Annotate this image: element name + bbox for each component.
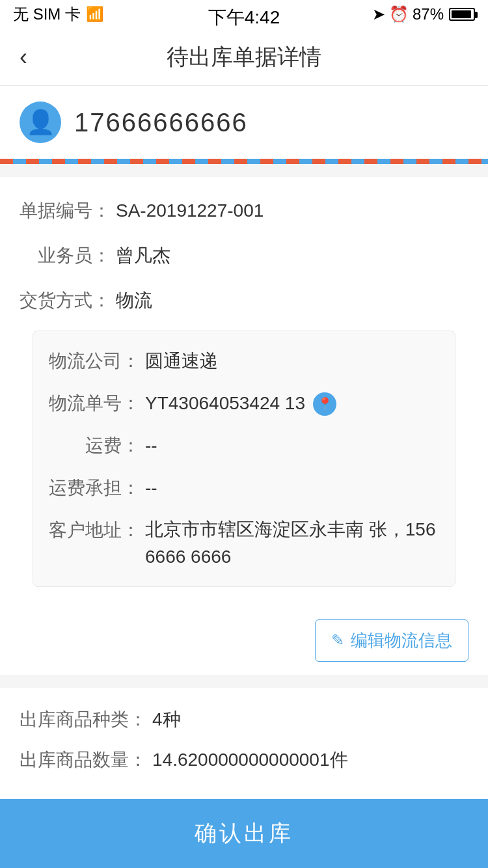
freight-label: 运费：: [49, 431, 140, 461]
goods-types-label: 出库商品种类：: [20, 707, 147, 732]
battery-icon: [449, 8, 475, 21]
location-status-icon: ➤: [372, 5, 385, 23]
document-number-label: 单据编号：: [20, 197, 111, 226]
goods-types-row: 出库商品种类： 4种: [20, 707, 468, 732]
goods-quantity-value: 14.620000000000001件: [152, 748, 348, 772]
address-label: 客户地址：: [49, 516, 140, 545]
edit-icon: ✎: [331, 631, 344, 649]
delivery-method-label: 交货方式：: [20, 286, 111, 316]
goods-quantity-row: 出库商品数量： 14.620000000000001件: [20, 748, 468, 772]
tracking-location-icon[interactable]: 📍: [313, 392, 336, 416]
page-title: 待出库单据详情: [167, 42, 321, 72]
address-row: 客户地址： 北京市市辖区海淀区永丰南 张，156 6666 6666: [49, 516, 439, 571]
document-number-row: 单据编号： SA-20191227-001: [20, 197, 468, 226]
logistics-tracking-value: YT43064053424 13 📍: [145, 389, 439, 418]
customer-header: 👤 17666666666: [0, 86, 488, 159]
goods-types-value: 4种: [152, 707, 181, 732]
nav-bar: ‹ 待出库单据详情: [0, 29, 488, 86]
tracking-number-text: YT43064053424 13: [145, 389, 305, 418]
confirm-button[interactable]: 确认出库: [0, 812, 488, 855]
sales-person-label: 业务员：: [20, 241, 111, 271]
edit-logistics-label: 编辑物流信息: [351, 629, 452, 652]
freight-bearer-label: 运费承担：: [49, 474, 140, 503]
edit-logistics-button[interactable]: ✎ 编辑物流信息: [315, 619, 468, 662]
avatar: 👤: [20, 102, 61, 143]
freight-bearer-value: --: [145, 474, 439, 503]
freight-value: --: [145, 431, 439, 461]
freight-bearer-row: 运费承担： --: [49, 474, 439, 503]
logistics-tracking-row: 物流单号： YT43064053424 13 📍: [49, 389, 439, 418]
sales-person-row: 业务员： 曾凡杰: [20, 241, 468, 271]
goods-section: 出库商品种类： 4种 出库商品数量： 14.620000000000001件: [0, 688, 488, 807]
deco-line: [0, 159, 488, 164]
carrier-label: 无 SIM 卡: [13, 4, 81, 25]
logistics-card: 物流公司： 圆通速递 物流单号： YT43064053424 13 📍 运费： …: [33, 331, 455, 586]
delivery-method-value: 物流: [116, 286, 468, 316]
status-bar: 无 SIM 卡 📶 下午4:42 ➤ ⏰ 87%: [0, 0, 488, 29]
logistics-company-row: 物流公司： 圆通速递: [49, 347, 439, 376]
sales-person-value: 曾凡杰: [116, 241, 468, 271]
logistics-company-value: 圆通速递: [145, 347, 439, 376]
status-time: 下午4:42: [208, 5, 280, 30]
confirm-btn-wrapper: 确认出库: [0, 799, 488, 868]
logistics-tracking-label: 物流单号：: [49, 389, 140, 418]
alarm-icon: ⏰: [389, 5, 409, 23]
section-divider: [0, 675, 488, 688]
customer-phone: 17666666666: [74, 108, 248, 137]
address-value: 北京市市辖区海淀区永丰南 张，156 6666 6666: [145, 516, 439, 571]
freight-row: 运费： --: [49, 431, 439, 461]
status-left: 无 SIM 卡 📶: [13, 4, 103, 25]
avatar-person-icon: 👤: [26, 109, 55, 136]
order-info-section: 单据编号： SA-20191227-001 业务员： 曾凡杰 交货方式： 物流 …: [0, 177, 488, 606]
delivery-method-row: 交货方式： 物流: [20, 286, 468, 316]
goods-quantity-label: 出库商品数量：: [20, 748, 147, 772]
back-button[interactable]: ‹: [20, 46, 27, 69]
pin-icon: 📍: [317, 394, 333, 414]
battery-percentage: 87%: [413, 5, 444, 23]
logistics-company-label: 物流公司：: [49, 347, 140, 376]
document-number-value: SA-20191227-001: [116, 197, 468, 226]
status-right: ➤ ⏰ 87%: [372, 5, 475, 23]
wifi-icon: 📶: [86, 6, 103, 23]
edit-btn-row: ✎ 编辑物流信息: [0, 606, 488, 675]
